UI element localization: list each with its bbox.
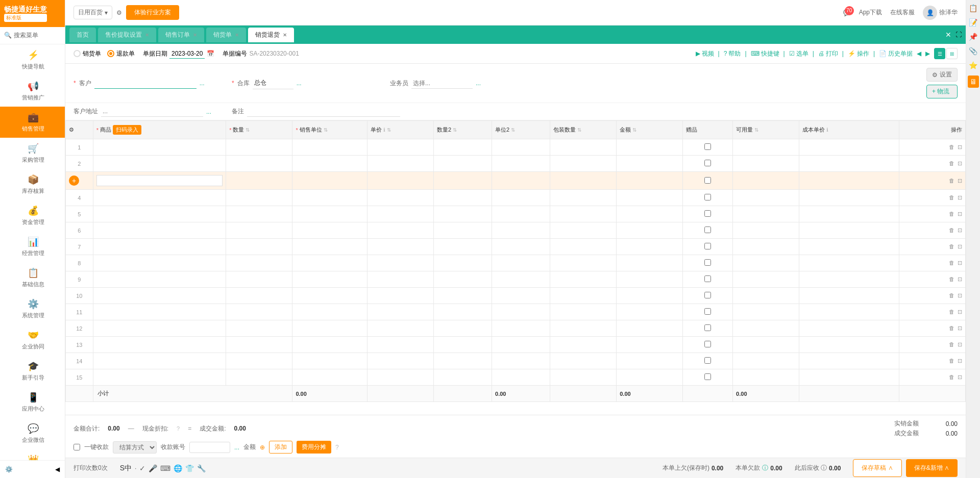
sort-unit2-icon[interactable]: ⇅ bbox=[511, 127, 515, 133]
tab-close-icon[interactable]: ✕ bbox=[145, 32, 149, 38]
sort-unit-icon[interactable]: ⇅ bbox=[324, 127, 328, 133]
sort-amount-icon[interactable]: ⇅ bbox=[632, 127, 636, 133]
available-cell[interactable] bbox=[733, 156, 799, 172]
right-panel-icon-2[interactable]: 📝 bbox=[969, 18, 977, 27]
delete-icon[interactable]: 🗑 bbox=[949, 276, 954, 283]
customer-dots[interactable]: ... bbox=[200, 80, 205, 87]
price-cell[interactable] bbox=[367, 139, 433, 156]
tab-close-icon[interactable]: ✕ bbox=[283, 32, 287, 38]
delete-icon[interactable]: 🗑 bbox=[949, 374, 954, 381]
radio-return[interactable]: 退款单 bbox=[107, 49, 135, 58]
feiyong-help-icon[interactable]: ? bbox=[335, 444, 339, 451]
copy-icon[interactable]: ⊡ bbox=[958, 341, 962, 348]
copy-icon[interactable]: ⊡ bbox=[958, 325, 962, 332]
copy-icon[interactable]: ⊡ bbox=[958, 211, 962, 217]
scan-button[interactable]: 扫码录入 bbox=[113, 125, 141, 135]
trial-button[interactable]: 体验行业方案 bbox=[126, 5, 179, 20]
available-cell[interactable] bbox=[733, 172, 799, 190]
settings-button[interactable]: ⚙ 设置 bbox=[926, 68, 958, 82]
online-service-link[interactable]: 在线客服 bbox=[890, 8, 915, 17]
copy-icon[interactable]: ⊡ bbox=[958, 243, 962, 250]
sidebar-item-purchase[interactable]: 🛒 采购管理 bbox=[0, 138, 65, 169]
add-row-button[interactable]: + bbox=[69, 175, 79, 186]
copy-icon[interactable]: ⊡ bbox=[958, 194, 962, 201]
sidebar-item-basic[interactable]: 📋 基础信息 bbox=[0, 262, 65, 293]
gift-cell[interactable] bbox=[683, 139, 733, 156]
delete-icon[interactable]: 🗑 bbox=[949, 144, 954, 150]
right-panel-icon-1[interactable]: 📋 bbox=[969, 4, 977, 12]
app-download-link[interactable]: App下载 bbox=[859, 8, 882, 17]
delete-icon[interactable]: 🗑 bbox=[949, 178, 954, 184]
unit-cell[interactable] bbox=[292, 156, 368, 172]
amount-cell[interactable] bbox=[617, 139, 683, 156]
user-menu[interactable]: 👤 徐泽华 bbox=[923, 6, 958, 20]
delete-icon[interactable]: 🗑 bbox=[949, 194, 954, 201]
cost-price-cell[interactable] bbox=[799, 172, 899, 190]
copy-icon[interactable]: ⊡ bbox=[958, 178, 962, 184]
close-all-tabs[interactable]: ✕ bbox=[945, 31, 951, 39]
cost-price-cell[interactable] bbox=[799, 156, 899, 172]
product-cell[interactable] bbox=[93, 156, 226, 172]
action-operate[interactable]: ⚡ 操作 bbox=[848, 49, 869, 58]
copy-icon[interactable]: ⊡ bbox=[958, 309, 962, 315]
delete-icon[interactable]: 🗑 bbox=[949, 309, 954, 315]
next-icon[interactable]: ▶ bbox=[925, 50, 930, 57]
gift-cell[interactable] bbox=[683, 156, 733, 172]
delete-icon[interactable]: 🗑 bbox=[949, 292, 954, 299]
qty2-cell[interactable] bbox=[434, 156, 492, 172]
action-history[interactable]: 📄 历史单据 bbox=[879, 49, 913, 58]
qty-cell[interactable] bbox=[226, 139, 292, 156]
action-shortcut[interactable]: ⌨ 快捷键 bbox=[751, 49, 779, 58]
cost-price-cell[interactable] bbox=[799, 139, 899, 156]
action-select[interactable]: ☑ 选单 bbox=[789, 49, 808, 58]
copy-icon[interactable]: ⊡ bbox=[958, 292, 962, 299]
price-cell[interactable] bbox=[367, 156, 433, 172]
qty-cell[interactable] bbox=[226, 172, 292, 190]
unit-cell[interactable] bbox=[292, 139, 368, 156]
prev-icon[interactable]: ◀ bbox=[917, 50, 921, 57]
account-dots[interactable]: ... bbox=[234, 444, 239, 451]
price-cell[interactable] bbox=[367, 172, 433, 190]
save-draft-button[interactable]: 保存草稿 ∧ bbox=[853, 459, 901, 477]
pack-qty-cell[interactable] bbox=[550, 156, 616, 172]
unit2-cell[interactable] bbox=[492, 139, 550, 156]
right-panel-icon-4[interactable]: 📎 bbox=[969, 47, 977, 55]
sidebar-item-sales[interactable]: 💼 销售管理 bbox=[0, 107, 65, 138]
calendar-icon[interactable]: 📅 bbox=[207, 50, 214, 57]
calc-method-select[interactable]: 结算方式 bbox=[113, 441, 157, 454]
message-icon-wrap[interactable]: 💬 70 bbox=[843, 9, 851, 16]
pack-qty-cell[interactable] bbox=[550, 139, 616, 156]
delete-icon[interactable]: 🗑 bbox=[949, 325, 954, 332]
settings-icon[interactable]: ⚙ bbox=[116, 9, 122, 16]
sidebar-item-marketing[interactable]: 📢 营销推广 bbox=[0, 76, 65, 107]
product-input[interactable] bbox=[96, 175, 223, 186]
qty2-cell[interactable] bbox=[434, 139, 492, 156]
right-panel-icon-3[interactable]: 📌 bbox=[969, 33, 977, 41]
tab-sales[interactable]: 销货单 ✕ bbox=[206, 28, 246, 42]
tab-home[interactable]: 首页 bbox=[69, 28, 96, 42]
tab-price-settings[interactable]: 售价提取设置 ✕ bbox=[98, 28, 156, 42]
collapse-icon[interactable]: ◀ bbox=[55, 466, 60, 473]
grid-view-icon[interactable]: ⊞ bbox=[946, 48, 958, 59]
sidebar-item-member[interactable]: 👑 畅会员 bbox=[0, 449, 65, 460]
delete-icon[interactable]: 🗑 bbox=[949, 227, 954, 234]
add-payment-button[interactable]: 添加 bbox=[269, 441, 292, 454]
delete-icon[interactable]: 🗑 bbox=[949, 341, 954, 348]
sidebar-item-operations[interactable]: 📊 经营管理 bbox=[0, 231, 65, 262]
business-selector[interactable]: 日用百货 ▾ bbox=[74, 6, 112, 19]
account-input[interactable] bbox=[189, 442, 230, 453]
gear-icon[interactable]: ⚙ bbox=[69, 127, 74, 133]
tab-sales-return[interactable]: 销货退货 ✕ bbox=[248, 28, 294, 42]
sort-price-icon[interactable]: ⇅ bbox=[387, 127, 391, 133]
sidebar-item-apps[interactable]: 📱 应用中心 bbox=[0, 387, 65, 418]
th-settings[interactable]: ⚙ bbox=[66, 121, 93, 139]
action-print[interactable]: 🖨 打印 bbox=[818, 49, 838, 58]
unit2-cell[interactable] bbox=[492, 156, 550, 172]
save-new-button[interactable]: 保存&新增 ∧ bbox=[906, 459, 958, 477]
tab-close-icon[interactable]: ✕ bbox=[193, 32, 197, 38]
right-panel-icon-5[interactable]: ⭐ bbox=[969, 61, 977, 69]
delete-icon[interactable]: 🗑 bbox=[949, 243, 954, 250]
search-menu-item[interactable]: 🔍 搜索菜单 bbox=[0, 27, 65, 44]
action-help[interactable]: ? 帮助 bbox=[724, 49, 741, 58]
amount-cell[interactable] bbox=[617, 172, 683, 190]
